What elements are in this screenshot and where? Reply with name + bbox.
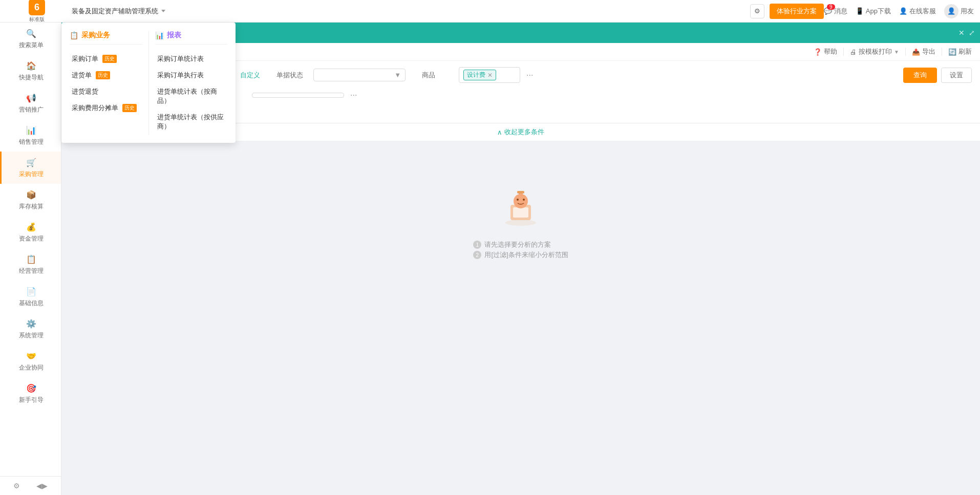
online-service-label: 在线客服 (909, 7, 936, 16)
return-label: 进货退货 (72, 87, 98, 96)
goods-tag: 设计费 ✕ (463, 70, 496, 80)
sidebar-item-guide[interactable]: 🎯 新手引导 (0, 377, 61, 410)
sidebar-settings-btn[interactable]: ⚙ (13, 482, 20, 490)
sidebar-item-collab[interactable]: 🤝 企业协同 (0, 345, 61, 377)
refresh-btn[interactable]: 🔄 刷新 (948, 47, 972, 56)
dropdown-item-incoming[interactable]: 进货单 历史 (70, 67, 142, 83)
dropdown-item-report-4[interactable]: 进货单统计表（按供应商） (155, 109, 228, 135)
inventory-icon: 📦 (26, 189, 37, 200)
app-download-btn[interactable]: 📱 App下载 (856, 7, 891, 16)
collapse-label: 收起更多条件 (504, 127, 544, 137)
search-icon: 🔍 (26, 28, 37, 39)
sidebar-item-search[interactable]: 🔍 搜索菜单 (0, 23, 61, 55)
print-icon: 🖨 (850, 48, 857, 56)
salesperson-more-btn[interactable]: ··· (350, 91, 357, 100)
sidebar-item-basic-info[interactable]: 📄 基础信息 (0, 281, 61, 313)
finance-icon: 💰 (26, 221, 37, 232)
report-col-title: 📊 报表 (155, 31, 228, 45)
operations-icon: 📋 (26, 253, 37, 265)
incoming-label: 进货单 (72, 71, 92, 80)
status-dropdown-icon: ▼ (394, 71, 401, 79)
dropdown-item-report-2[interactable]: 采购订单执行表 (155, 67, 228, 83)
purchase-col: 📋 采购业务 采购订单 历史 进货单 历史 进货退货 采购费用分摊单 历史 (70, 31, 142, 135)
sidebar-item-operations[interactable]: 📋 经营管理 (0, 248, 61, 281)
sales-icon: 📊 (26, 124, 37, 136)
goods-label: 商品 (422, 71, 453, 80)
online-service-btn[interactable]: 👤 在线客服 (899, 7, 936, 16)
marketing-icon: 📢 (26, 92, 37, 103)
tab-expand-btn[interactable]: ⤢ (969, 29, 975, 37)
sidebar-item-nav[interactable]: 🏠 快捷导航 (0, 55, 61, 87)
service-icon: 👤 (899, 7, 907, 15)
system-title-text: 装备及固定资产辅助管理系统 (72, 7, 158, 16)
sidebar-label-purchase: 采购管理 (19, 170, 44, 179)
order-hist-badge: 历史 (102, 55, 117, 63)
dropdown-item-report-3[interactable]: 进货单统计表（按商品） (155, 83, 228, 109)
dropdown-item-report-1[interactable]: 采购订单统计表 (155, 51, 228, 67)
export-label: 导出 (922, 47, 935, 56)
print-btn[interactable]: 🖨 按模板打印 ▼ (850, 47, 899, 56)
svg-point-5 (523, 199, 525, 201)
help-label: 帮助 (824, 47, 837, 56)
sidebar-item-purchase[interactable]: 🛒 采购管理 (0, 152, 61, 184)
sidebar-item-finance[interactable]: 💰 资金管理 (0, 216, 61, 248)
status-select[interactable]: ▼ (313, 69, 406, 81)
empty-state: 1 请先选择要分析的方案 2 用[过滤]条件来缩小分析范围 (61, 141, 980, 302)
empty-hints: 1 请先选择要分析的方案 2 用[过滤]条件来缩小分析范围 (473, 239, 568, 261)
purchase-col-title: 📋 采购业务 (70, 31, 142, 45)
sidebar-item-system[interactable]: ⚙️ 系统管理 (0, 313, 61, 345)
dropdown-item-order[interactable]: 采购订单 历史 (70, 51, 142, 67)
sidebar-label-guide: 新手引导 (19, 396, 44, 404)
sidebar-item-inventory[interactable]: 📦 库存核算 (0, 184, 61, 216)
sidebar-item-marketing[interactable]: 📢 营销推广 (0, 87, 61, 119)
system-dropdown-arrow[interactable] (161, 10, 165, 12)
sidebar-collapse-btn[interactable]: ◀▶ (36, 482, 48, 490)
report-3-label: 进货单统计表（按商品） (157, 87, 226, 105)
date-custom[interactable]: 自定义 (240, 71, 260, 80)
report-title-icon: 📊 (155, 31, 164, 39)
sidebar-label-inventory: 库存核算 (19, 202, 44, 211)
print-dropdown-icon[interactable]: ▼ (894, 49, 899, 55)
industry-button[interactable]: 体验行业方案 (770, 4, 824, 19)
messages-btn[interactable]: 💬 9 消息 (824, 7, 847, 16)
help-btn[interactable]: ❓ 帮助 (814, 47, 837, 56)
svg-point-4 (517, 199, 519, 201)
dropdown-item-return[interactable]: 进货退货 (70, 83, 142, 100)
sidebar-label-system: 系统管理 (19, 331, 44, 340)
top-header: 6 标准版 装备及固定资产辅助管理系统 ⚙ 体验行业方案 💬 9 消息 📱 Ap… (0, 0, 980, 23)
system-icon: ⚙️ (26, 318, 37, 329)
notification-badge: 9 (827, 4, 835, 10)
tab-controls: ✕ ⤢ (953, 23, 980, 43)
basic-info-icon: 📄 (26, 286, 37, 297)
purchase-title-icon: 📋 (70, 31, 78, 39)
svg-rect-7 (517, 191, 524, 193)
dropdown-item-expense[interactable]: 采购费用分摊单 历史 (70, 100, 142, 116)
goods-more-btn[interactable]: ··· (526, 71, 533, 80)
goods-input[interactable]: 设计费 ✕ (459, 67, 520, 83)
setting-button[interactable]: 设置 (941, 68, 972, 83)
gear-button[interactable]: ⚙ (750, 4, 764, 18)
salesperson-input[interactable] (252, 93, 344, 98)
export-btn[interactable]: 📤 导出 (912, 47, 935, 56)
query-button[interactable]: 查询 (903, 68, 937, 83)
purchase-dropdown-popup: 📋 采购业务 采购订单 历史 进货单 历史 进货退货 采购费用分摊单 历史 (61, 23, 236, 143)
logo-subtext: 标准版 (29, 16, 45, 23)
report-col: 📊 报表 采购订单统计表 采购订单执行表 进货单统计表（按商品） 进货单统计表（… (155, 31, 228, 135)
status-label: 单据状态 (276, 71, 307, 80)
empty-illustration (495, 182, 546, 233)
svg-rect-2 (513, 207, 528, 218)
purchase-col-title-text: 采购业务 (81, 31, 110, 40)
sidebar-bottom: ⚙ ◀▶ (0, 476, 61, 495)
hint-text-2: 用[过滤]条件来缩小分析范围 (484, 250, 568, 260)
goods-tag-remove[interactable]: ✕ (487, 72, 493, 79)
messages-label: 消息 (834, 7, 847, 16)
incoming-hist-badge: 历史 (96, 71, 110, 79)
tab-close-all-btn[interactable]: ✕ (958, 29, 965, 37)
refresh-icon: 🔄 (948, 48, 956, 56)
toolbar-divider-2 (905, 48, 906, 56)
avatar: 👤 (944, 4, 958, 18)
export-icon: 📤 (912, 48, 920, 56)
user-btn[interactable]: 👤 用友 (944, 4, 974, 18)
col-divider (148, 31, 149, 135)
sidebar-item-sales[interactable]: 📊 销售管理 (0, 119, 61, 152)
